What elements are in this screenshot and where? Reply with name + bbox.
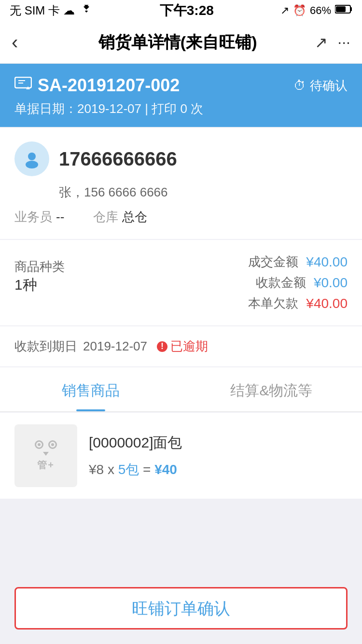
received-label: 收款金额 <box>256 274 306 291</box>
due-card: 收款到期日 2019-12-07 ! 已逾期 <box>0 326 362 366</box>
svg-rect-2 <box>336 6 346 12</box>
amount-value: ¥40.00 <box>306 254 348 270</box>
wifi-icon <box>80 4 93 17</box>
summary-left: 商品种类 1种 <box>14 253 65 295</box>
status-right: ↗ ⏰ 66% <box>280 4 352 17</box>
customer-name: 张，156 6666 6666 <box>14 184 348 201</box>
alarm-icon: ⏰ <box>293 4 306 17</box>
owed-value: ¥40.00 <box>306 296 348 311</box>
amount-label: 成交金额 <box>248 253 298 270</box>
order-number: SA-20191207-002 <box>14 75 180 96</box>
overdue-icon: ! <box>157 341 167 352</box>
tab-settlement-logistics[interactable]: 结算&物流等 <box>181 367 362 411</box>
summary-card: 商品种类 1种 成交金额 ¥40.00 收款金额 ¥0.00 本单欠款 ¥40.… <box>0 240 362 325</box>
customer-card: 17666666666 张，156 6666 6666 业务员 -- 仓库 总仓 <box>0 128 362 239</box>
customer-avatar <box>14 141 49 176</box>
tabs-container: 销售商品 结算&物流等 <box>0 367 362 412</box>
salesperson-label: 业务员 <box>14 209 52 225</box>
product-price: ¥8 x 5包 = ¥40 <box>89 461 348 479</box>
nav-title: 销货单详情(来自旺铺) <box>41 31 315 54</box>
back-button[interactable]: ‹ <box>12 31 18 53</box>
product-qty: 5包 <box>118 462 139 477</box>
product-type-value: 1种 <box>14 275 65 295</box>
summary-right: 成交金额 ¥40.00 收款金额 ¥0.00 本单欠款 ¥40.00 <box>248 253 348 312</box>
confirm-order-button[interactable]: 旺铺订单确认 <box>14 587 348 630</box>
product-image: 管+ <box>14 424 77 487</box>
confirm-btn-container: 旺铺订单确认 <box>0 577 362 644</box>
sim-status: 无 SIM 卡 ☁ <box>10 3 75 18</box>
battery-status: 66% <box>310 4 331 17</box>
status-bar: 无 SIM 卡 ☁ 下午3:28 ↗ ⏰ 66% <box>0 0 362 21</box>
product-total: ¥40 <box>154 462 177 477</box>
customer-meta: 业务员 -- 仓库 总仓 <box>14 209 348 225</box>
customer-phone: 17666666666 <box>59 148 177 170</box>
more-button[interactable]: ··· <box>337 33 350 51</box>
status-time: 下午3:28 <box>160 1 214 20</box>
status-left: 无 SIM 卡 ☁ <box>10 3 93 18</box>
svg-rect-1 <box>350 7 352 11</box>
warehouse-label: 仓库 <box>93 209 118 225</box>
warehouse-info: 仓库 总仓 <box>93 209 147 225</box>
share-button[interactable]: ↗ <box>315 33 328 52</box>
received-value: ¥0.00 <box>314 275 348 291</box>
overdue-badge: ! 已逾期 <box>157 338 208 355</box>
salesperson-info: 业务员 -- <box>14 209 64 225</box>
location-icon: ↗ <box>280 4 289 17</box>
due-value: 2019-12-07 <box>83 339 147 354</box>
equals-sign: = <box>143 462 154 477</box>
owed-label: 本单欠款 <box>248 295 298 312</box>
order-date: 单据日期：2019-12-07 | 打印 0 次 <box>14 100 348 117</box>
product-type-label: 商品种类 <box>14 258 65 275</box>
product-logo: 管+ <box>35 440 57 472</box>
owl-text: 管+ <box>37 459 55 472</box>
nav-bar: ‹ 销货单详情(来自旺铺) ↗ ··· <box>0 21 362 64</box>
nav-left: ‹ <box>12 31 41 53</box>
product-card: 管+ [0000002]面包 ¥8 x 5包 = ¥40 <box>0 413 362 499</box>
order-header: SA-20191207-002 ⏱ 待确认 单据日期：2019-12-07 | … <box>0 64 362 127</box>
nav-right: ↗ ··· <box>315 33 350 52</box>
price-text: ¥8 x <box>89 462 114 477</box>
owl-left-eye <box>35 440 43 449</box>
salesperson-value: -- <box>56 210 64 224</box>
owl-beak <box>43 452 49 456</box>
svg-point-6 <box>28 153 36 160</box>
order-number-icon <box>14 75 32 96</box>
owed-row: 本单欠款 ¥40.00 <box>248 295 348 312</box>
warehouse-value: 总仓 <box>122 209 147 225</box>
owl-right-eye <box>48 440 57 449</box>
clock-icon: ⏱ <box>293 78 306 93</box>
svg-point-7 <box>26 161 38 168</box>
received-row: 收款金额 ¥0.00 <box>256 274 348 291</box>
amount-row: 成交金额 ¥40.00 <box>248 253 348 270</box>
battery-icon <box>335 4 352 17</box>
order-status: ⏱ 待确认 <box>293 77 348 94</box>
product-name: [0000002]面包 <box>89 433 348 453</box>
product-info: [0000002]面包 ¥8 x 5包 = ¥40 <box>89 433 348 479</box>
overdue-text: 已逾期 <box>170 338 208 355</box>
due-label: 收款到期日 <box>14 338 77 355</box>
tab-sales-products[interactable]: 销售商品 <box>0 367 181 411</box>
